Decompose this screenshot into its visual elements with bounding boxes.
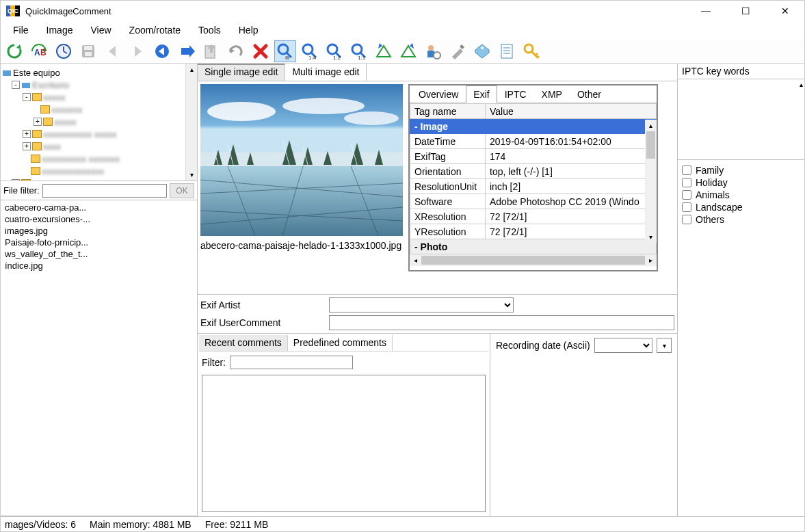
svg-point-9 [278,44,288,54]
tab-other[interactable]: Other [570,85,609,103]
menu-file[interactable]: File [5,22,37,38]
tab-overview[interactable]: Overview [411,85,466,103]
tools-icon[interactable] [447,40,469,62]
titlebar: QIC QuickImageComment — ☐ ✕ [1,1,804,21]
metadata-panel: Overview Exif IPTC XMP Other Tag nameVal… [408,84,658,271]
tree-toggle[interactable]: + [23,142,31,150]
menu-help[interactable]: Help [230,22,267,38]
zoom-fit-icon[interactable]: fit [274,40,296,62]
zoom-1-2-icon[interactable]: 1:2 [324,40,345,62]
file-item[interactable]: cuatro-excursiones-... [3,213,194,225]
keywords-header: IPTC key words [678,64,804,79]
tab-predefined-comments[interactable]: Predefined comments [288,335,393,351]
meta-value: 174 [486,149,657,164]
forward-arrow-gray-icon[interactable] [127,40,148,62]
back-blue-icon[interactable] [151,40,173,62]
comment-filter-input[interactable] [230,356,353,369]
zoom-1-4-icon[interactable]: 1:4 [299,40,321,62]
key-icon[interactable] [520,40,542,62]
flip-h-icon[interactable] [373,40,395,62]
tree-toggle[interactable]: + [34,118,42,126]
keyword-checkbox[interactable] [682,165,691,175]
keyword-item[interactable]: Others [682,213,800,226]
tab-multi-image-edit[interactable]: Multi image edit [285,64,367,81]
file-filter-input[interactable] [42,184,167,198]
exif-artist-select[interactable] [329,297,514,312]
meta-tag: YResolution [410,224,486,239]
document-icon[interactable] [496,40,518,62]
tag-icon[interactable] [471,40,493,62]
folder-tree[interactable]: Este equipo -Escritorio -xxxxx xxxxxxx +… [1,64,197,181]
keyword-checkbox[interactable] [682,215,691,224]
col-value[interactable]: Value [486,104,657,119]
metadata-table[interactable]: Tag nameValue - Image DateTime2019-04-09… [410,103,657,254]
file-item[interactable]: images.jpg [3,225,194,237]
tree-root[interactable]: Este equipo [13,68,60,78]
menu-zoom-rotate[interactable]: Zoom/rotate [121,22,189,38]
forward-blue-icon[interactable] [176,40,198,62]
menu-image[interactable]: Image [38,22,81,38]
menu-tools[interactable]: Tools [190,22,229,38]
clock-icon[interactable] [53,40,75,62]
metadata-scrollbar-v[interactable]: ▴▾ [645,120,657,243]
file-filter-label: File filter: [3,185,40,196]
status-count: mages/Videos: 6 [5,519,76,530]
file-item[interactable]: cabecero-cama-pa... [3,202,194,213]
tree-imagenes[interactable]: Imágenes [32,178,71,182]
keyword-checkbox[interactable] [682,190,691,200]
tree-toggle[interactable]: + [23,130,31,138]
meta-value: 2019-04-09T16:01:54+02:00 [486,134,657,149]
file-filter-row: File filter: OK [1,181,197,200]
undo-icon[interactable] [225,40,247,62]
back-arrow-icon[interactable] [102,40,124,62]
keyword-item[interactable]: Family [682,164,800,176]
svg-rect-23 [3,70,11,76]
metadata-scrollbar-h[interactable]: ◂▸ [410,254,657,266]
tab-iptc[interactable]: IPTC [497,85,534,103]
keywords-input-box[interactable]: ▴ [678,79,804,160]
save-icon[interactable] [77,40,99,62]
chevron-up-icon[interactable]: ▴ [800,81,803,88]
comments-pane: Recent comments Predefined comments Filt… [198,334,490,516]
recording-date-dropdown[interactable]: ▾ [657,338,672,353]
flip-v-icon[interactable] [397,40,419,62]
recording-date-pane: Recording date (Ascii) ▾ [490,334,677,516]
tab-exif[interactable]: Exif [466,85,497,103]
tree-toggle[interactable]: - [12,81,20,89]
export-icon[interactable] [200,40,222,62]
close-button[interactable]: ✕ [771,1,799,21]
tree-toggle[interactable]: - [23,93,31,101]
file-list[interactable]: cabecero-cama-pa... cuatro-excursiones-.… [1,200,197,516]
tree-toggle[interactable]: + [12,179,20,181]
refresh-icon[interactable] [3,40,25,62]
keyword-item[interactable]: Landscape [682,201,800,213]
ab-rotate-icon[interactable]: AB [28,40,50,62]
file-item[interactable]: Paisaje-foto-prnicip... [3,237,194,248]
keyword-checkbox[interactable] [682,202,691,212]
maximize-button[interactable]: ☐ [732,1,759,21]
file-item[interactable]: ws_valley_of_the_t... [3,248,194,260]
minimize-button[interactable]: — [692,1,720,21]
zoom-1-1-icon[interactable]: 1:1 [348,40,370,62]
svg-point-19 [434,52,440,59]
keyword-item[interactable]: Animals [682,189,800,201]
keyword-item[interactable]: Holiday [682,176,800,189]
meta-tag: Software [410,194,486,209]
comment-list[interactable] [202,375,486,512]
exif-usercomment-input[interactable] [329,315,674,330]
tab-xmp[interactable]: XMP [534,85,570,103]
tree-scrollbar[interactable]: ▴▾ [185,64,197,181]
menu-view[interactable]: View [82,22,119,38]
file-filter-ok-button[interactable]: OK [170,183,194,198]
col-tag-name[interactable]: Tag name [410,104,486,119]
svg-rect-24 [22,83,30,88]
tab-single-image-edit[interactable]: Single image edit [198,64,285,81]
keyword-checkbox[interactable] [682,178,691,187]
file-item[interactable]: índice.jpg [3,260,194,271]
exif-fields: Exif Artist Exif UserComment [198,294,677,333]
tab-recent-comments[interactable]: Recent comments [199,335,288,351]
user-settings-icon[interactable] [422,40,444,62]
svg-point-15 [352,44,362,54]
delete-icon[interactable] [250,40,272,62]
recording-date-select[interactable] [594,338,652,353]
